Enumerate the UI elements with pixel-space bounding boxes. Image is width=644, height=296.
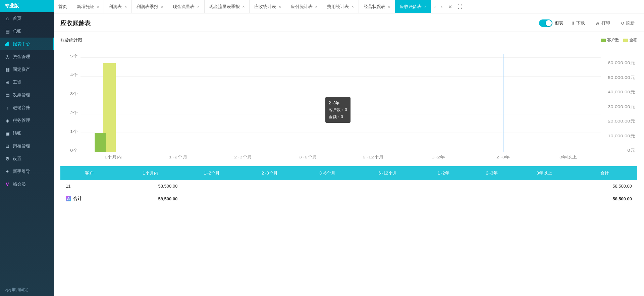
tab-close-all-button[interactable]: ✕ [445, 0, 455, 13]
chart-toggle[interactable] [539, 19, 552, 27]
tab-new-voucher[interactable]: 新增凭证 × [72, 0, 104, 13]
sidebar-item-invoice[interactable]: ▤ 发票管理 [0, 89, 54, 101]
svg-text:1个月内: 1个月内 [104, 155, 122, 159]
tab-prev-button[interactable]: ‹ [431, 0, 438, 13]
tab-profit-quarterly[interactable]: 利润表季报 × [132, 0, 168, 13]
sidebar-item-ledger[interactable]: ▤ 总账 [0, 25, 54, 38]
close-tab-payable-stats[interactable]: × [315, 5, 317, 9]
assets-icon: ▦ [5, 67, 10, 72]
refresh-button[interactable]: ↺ 刷新 [618, 19, 637, 28]
unpin-icon: ◁◁ [5, 288, 11, 292]
svg-text:3~6个月: 3~6个月 [299, 155, 317, 159]
tab-cashflow-quarterly[interactable]: 现金流量表季报 × [205, 0, 250, 13]
cell-y12 [419, 180, 468, 192]
chart-legend: 客户数 金额 [601, 37, 637, 43]
legend-customer: 客户数 [601, 37, 619, 43]
bar-customer-0 [95, 133, 106, 152]
close-tab-new-voucher[interactable]: × [97, 5, 99, 9]
sidebar-item-vip[interactable]: V 畅会员 [0, 178, 54, 191]
sidebar-item-sales[interactable]: ↕ 进销台账 [0, 101, 54, 114]
tab-next-button[interactable]: › [438, 0, 445, 13]
vip-icon: V [5, 182, 10, 187]
sidebar-item-guide[interactable]: ✦ 新手引导 [0, 165, 54, 178]
svg-text:2~3年: 2~3年 [496, 155, 510, 159]
tab-aging[interactable]: 应收账龄表 × [395, 0, 431, 13]
table-header-row: 客户 1个月内 1~2个月 2~3个月 3~6个月 6~12个月 1~2年 2~… [60, 166, 637, 180]
svg-text:5个: 5个 [70, 54, 78, 58]
svg-text:2个: 2个 [70, 110, 78, 115]
download-button[interactable]: ⬇ 下载 [569, 19, 588, 28]
svg-text:0元: 0元 [627, 148, 635, 153]
legend-amount: 金额 [623, 37, 637, 43]
close-tab-receivable-stats[interactable]: × [279, 5, 281, 9]
tab-receivable-stats[interactable]: 应收统计表 × [250, 0, 286, 13]
sidebar-item-payroll[interactable]: ⊞ 工资 [0, 76, 54, 89]
sidebar-item-assets[interactable]: ▦ 固定资产 [0, 63, 54, 76]
table-section: 客户 1个月内 1~2个月 2~3个月 3~6个月 6~12个月 1~2年 2~… [54, 166, 644, 212]
cell-m1: 58,500.00 [118, 180, 183, 192]
funds-icon: ◎ [5, 54, 10, 59]
tab-profit[interactable]: 利润表 × [104, 0, 131, 13]
cell-m612 [356, 180, 419, 192]
app-logo: 专业版 [0, 0, 54, 12]
sidebar-item-label: 报表中心 [13, 41, 30, 47]
svg-text:3个: 3个 [70, 92, 78, 96]
legend-customer-color [601, 39, 606, 42]
page-header: 应收账龄表 图表 ⬇ 下载 🖨 打印 ↺ 刷新 [54, 13, 644, 32]
close-tab-operations[interactable]: × [388, 5, 390, 9]
sidebar-item-funds[interactable]: ◎ 资金管理 [0, 50, 54, 63]
tab-cashflow[interactable]: 现金流量表 × [168, 0, 204, 13]
close-tab-profit-quarterly[interactable]: × [161, 5, 163, 9]
footer-m1: 58,500.00 [118, 192, 183, 205]
footer-y23 [468, 192, 516, 205]
unpin-button[interactable]: ◁◁ 取消固定 [0, 284, 54, 296]
page-content: 应收账龄表 图表 ⬇ 下载 🖨 打印 ↺ 刷新 [54, 13, 644, 296]
tab-payable-stats[interactable]: 应付统计表 × [286, 0, 322, 13]
tab-operations[interactable]: 经营状况表 × [359, 0, 395, 13]
cell-m36 [299, 180, 356, 192]
cell-y23 [468, 180, 516, 192]
footer-m23 [241, 192, 299, 205]
footer-y12 [419, 192, 468, 205]
sidebar-item-label: 归档管理 [13, 143, 30, 149]
chart-svg: 0个 1个 2个 3个 4个 5个 0元 10,000.00元 20,000.0… [60, 47, 637, 161]
close-tab-cashflow-quarterly[interactable]: × [243, 5, 245, 9]
col-header-m12: 1~2个月 [183, 166, 240, 180]
close-tab-profit[interactable]: × [124, 5, 126, 9]
refresh-icon: ↺ [621, 21, 625, 26]
sidebar-item-label: 资金管理 [13, 54, 30, 60]
sidebar-item-label: 固定资产 [13, 66, 30, 72]
report-icon [5, 41, 10, 47]
print-button[interactable]: 🖨 打印 [593, 19, 613, 28]
main-area: 首页 新增凭证 × 利润表 × 利润表季报 × 现金流量表 × 现金流量表季报 … [54, 0, 644, 296]
chart-toggle-wrap: 图表 [539, 19, 563, 27]
sidebar-item-label: 设置 [13, 156, 21, 162]
sidebar-item-home[interactable]: ⌂ 首页 [0, 12, 54, 25]
cell-m12 [183, 180, 240, 192]
print-icon: 🖨 [596, 21, 600, 26]
svg-text:20,000.00元: 20,000.00元 [608, 119, 635, 124]
legend-customer-label: 客户数 [607, 37, 619, 43]
close-tab-expense-stats[interactable]: × [352, 5, 354, 9]
sidebar-item-report[interactable]: 报表中心 [0, 38, 54, 50]
tab-expand-button[interactable]: ⛶ [455, 0, 465, 13]
total-icon: 合 [66, 196, 71, 201]
close-tab-aging[interactable]: × [424, 5, 426, 9]
col-header-total: 合计 [573, 166, 637, 180]
sidebar-item-period[interactable]: ▣ 结账 [0, 127, 54, 140]
close-tab-cashflow[interactable]: × [197, 5, 199, 9]
sidebar-item-label: 税务管理 [13, 117, 30, 124]
footer-label-text: 合计 [73, 196, 82, 202]
sidebar-item-tax[interactable]: ◈ 税务管理 [0, 114, 54, 127]
chart-toggle-label: 图表 [554, 20, 563, 26]
tab-home[interactable]: 首页 [54, 0, 72, 13]
sidebar-item-label: 首页 [13, 15, 21, 21]
footer-y3plus [516, 192, 572, 205]
legend-amount-label: 金额 [629, 37, 637, 43]
col-header-y23: 2~3年 [468, 166, 516, 180]
svg-text:1个: 1个 [70, 130, 78, 134]
sidebar-item-settings[interactable]: ⚙ 设置 [0, 152, 54, 165]
svg-rect-1 [6, 43, 7, 46]
tab-expense-stats[interactable]: 费用统计表 × [322, 0, 359, 13]
sidebar-item-archive[interactable]: ⊟ 归档管理 [0, 140, 54, 152]
